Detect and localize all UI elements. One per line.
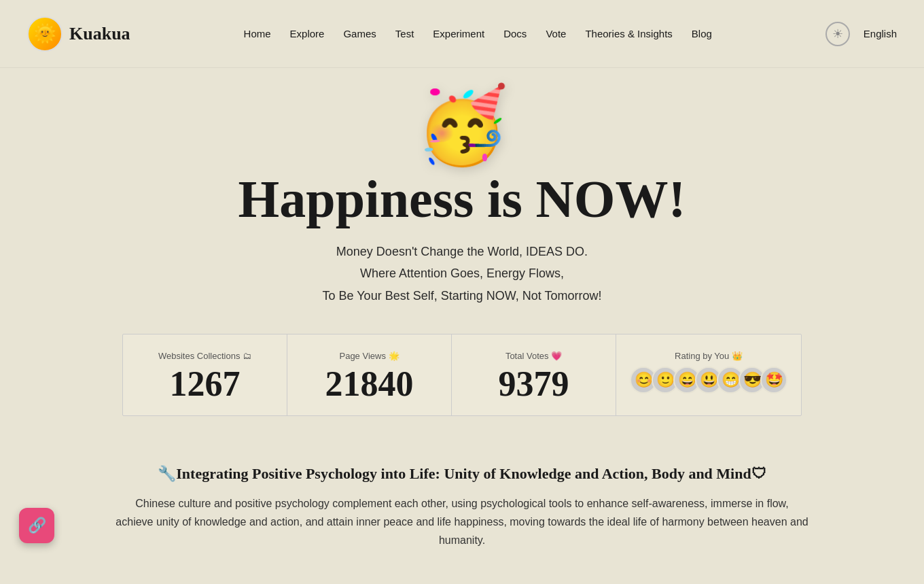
- nav-links: HomeExploreGamesTestExperimentDocsVoteTh…: [244, 28, 712, 40]
- stat-value: 9379: [465, 366, 602, 402]
- language-button[interactable]: English: [864, 28, 897, 39]
- hero-section: 🥳 Happiness is NOW! Money Doesn't Change…: [0, 68, 924, 457]
- nav-link-test[interactable]: Test: [395, 28, 414, 39]
- stat-cell-votes: Total Votes 💗9379: [452, 334, 616, 415]
- stat-cell-websites: Websites Collections 🗂1267: [123, 334, 287, 415]
- section-title: 🔧Integrating Positive Psychology into Li…: [0, 464, 924, 485]
- hero-subtitle-line: To Be Your Best Self, Starting NOW, Not …: [323, 285, 602, 307]
- nav-link-docs[interactable]: Docs: [503, 28, 527, 39]
- stat-label: Websites Collections 🗂: [137, 351, 273, 361]
- sun-icon: ☀: [832, 27, 843, 41]
- nav-link-theories[interactable]: Theories & Insights: [585, 28, 672, 39]
- stat-value: 21840: [301, 366, 438, 402]
- avatar-row: 😊🙂😄😃😁😎🤩: [630, 366, 787, 394]
- logo-link[interactable]: 🌞 Kuakua: [27, 16, 130, 52]
- logo-text: Kuakua: [69, 24, 130, 44]
- section-description: Chinese culture and positive psychology …: [88, 494, 836, 550]
- theme-toggle-button[interactable]: ☀: [825, 22, 850, 46]
- nav-link-games[interactable]: Games: [343, 28, 376, 39]
- nav-link-vote[interactable]: Vote: [546, 28, 566, 39]
- hero-emoji: 🥳: [416, 88, 509, 163]
- nav-link-blog[interactable]: Blog: [692, 28, 712, 39]
- stat-label: Total Votes 💗: [465, 351, 602, 361]
- nav-link-home[interactable]: Home: [244, 28, 271, 39]
- hero-subtitle: Money Doesn't Change the World, IDEAS DO…: [323, 241, 602, 307]
- nav-link-experiment[interactable]: Experiment: [433, 28, 484, 39]
- nav-right: ☀ English: [825, 22, 897, 46]
- floating-link-button[interactable]: 🔗: [19, 508, 54, 543]
- link-icon: 🔗: [28, 517, 46, 534]
- stats-row: Websites Collections 🗂1267Page Views 🌟21…: [122, 334, 802, 416]
- stat-label: Page Views 🌟: [301, 351, 438, 361]
- hero-subtitle-line: Money Doesn't Change the World, IDEAS DO…: [323, 241, 602, 262]
- hero-subtitle-line: Where Attention Goes, Energy Flows,: [323, 262, 602, 284]
- stat-cell-pageviews: Page Views 🌟21840: [287, 334, 452, 415]
- nav-link-explore[interactable]: Explore: [290, 28, 325, 39]
- intro-section: 🔧Integrating Positive Psychology into Li…: [0, 457, 924, 570]
- stat-value: 1267: [137, 366, 273, 402]
- avatar: 🤩: [760, 366, 787, 394]
- stat-label: Rating by You 👑: [630, 351, 787, 361]
- stat-cell-rating: Rating by You 👑😊🙂😄😃😁😎🤩: [616, 334, 801, 415]
- hero-title: Happiness is NOW!: [238, 170, 686, 228]
- navbar: 🌞 Kuakua HomeExploreGamesTestExperimentD…: [0, 0, 924, 68]
- logo-icon: 🌞: [27, 16, 63, 52]
